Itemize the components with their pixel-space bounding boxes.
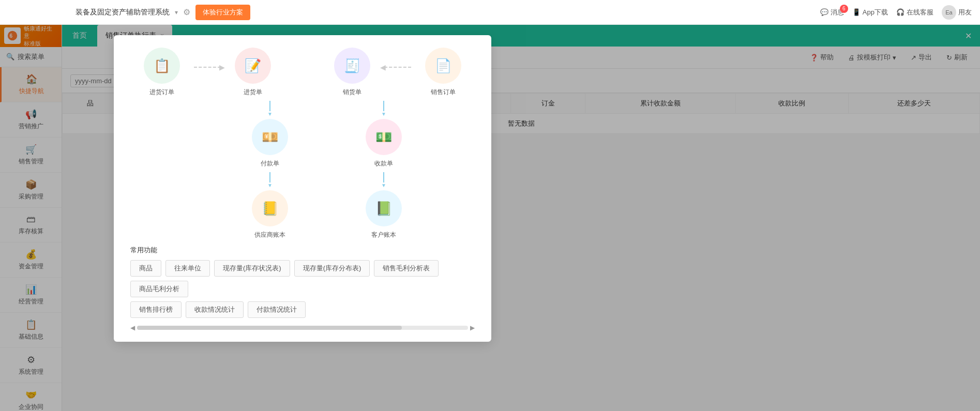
purchase-bill-node[interactable]: 📝 — [235, 48, 271, 84]
supplier-ledger-label: 供应商账本 — [254, 231, 285, 239]
customer-ledger-label: 客户账本 — [371, 231, 396, 239]
trial-button[interactable]: 体验行业方案 — [195, 5, 250, 20]
online-service-button[interactable]: 🎧 在线客服 — [896, 8, 933, 17]
sales-order-node[interactable]: 📄 — [425, 48, 461, 84]
func-btn-4[interactable]: 销售毛利分析表 — [374, 260, 439, 277]
func-btn-3[interactable]: 现存量(库存分布表) — [294, 260, 370, 277]
scroll-left-icon[interactable]: ◀ — [130, 324, 135, 331]
purchase-order-label: 进货订单 — [149, 88, 174, 97]
func-buttons-row1: 商品往来单位现存量(库存状况表)现存量(库存分布表)销售毛利分析表商品毛利分析 — [130, 260, 475, 297]
func-btn-1[interactable]: 往来单位 — [165, 260, 210, 277]
download-icon: 📱 — [852, 8, 861, 16]
message-icon: 💬 — [820, 8, 828, 16]
receipt-label: 收款单 — [374, 159, 393, 168]
payment-node[interactable]: 💴 — [252, 119, 288, 155]
func-btn-2[interactable]: 现存量(库存状况表) — [214, 260, 290, 277]
sales-order-label: 销售订单 — [431, 88, 456, 97]
modal-overlay: 📋 进货订单 ▶ 📝 进货单 — [0, 0, 980, 411]
message-button[interactable]: 💬 消息 6 — [820, 8, 844, 17]
func-btn-5[interactable]: 商品毛利分析 — [130, 281, 188, 297]
modal-box: 📋 进货订单 ▶ 📝 进货单 — [114, 35, 491, 342]
flow-diagram: 📋 进货订单 ▶ 📝 进货单 — [130, 48, 475, 243]
scrollbar-track[interactable] — [137, 326, 468, 330]
purchase-order-node[interactable]: 📋 — [144, 48, 180, 84]
scroll-right-icon[interactable]: ▶ — [470, 324, 475, 331]
app-download-button[interactable]: 📱 App下载 — [852, 8, 888, 17]
func-btn-8[interactable]: 付款情况统计 — [248, 301, 306, 318]
func-btn-0[interactable]: 商品 — [130, 260, 161, 277]
payment-label: 付款单 — [261, 159, 279, 168]
app-title: 装备及固定资产辅助管理系统 — [76, 8, 170, 17]
modal-scrollbar: ◀ ▶ — [130, 324, 475, 331]
receipt-node[interactable]: 💵 — [366, 119, 402, 155]
sales-bill-label: 销货单 — [343, 88, 361, 97]
message-badge: 6 — [840, 5, 848, 13]
func-section-title: 常用功能 — [130, 246, 475, 255]
sales-bill-node[interactable]: 🧾 — [334, 48, 370, 84]
user-menu[interactable]: Ea 用友 — [942, 5, 972, 20]
avatar: Ea — [942, 5, 956, 20]
purchase-bill-label: 进货单 — [244, 88, 262, 97]
func-btn-6[interactable]: 销售排行榜 — [130, 301, 182, 318]
scrollbar-thumb — [137, 326, 402, 330]
func-section: 常用功能 商品往来单位现存量(库存状况表)现存量(库存分布表)销售毛利分析表商品… — [130, 246, 475, 318]
customer-ledger-node[interactable]: 📗 — [366, 190, 402, 226]
func-buttons-row2: 销售排行榜收款情况统计付款情况统计 — [130, 301, 475, 318]
headset-icon: 🎧 — [896, 8, 904, 16]
func-btn-7[interactable]: 收款情况统计 — [186, 301, 244, 318]
settings-icon[interactable]: ⚙ — [183, 7, 190, 17]
supplier-ledger-node[interactable]: 📒 — [252, 190, 288, 226]
dropdown-icon[interactable]: ▾ — [175, 9, 178, 16]
